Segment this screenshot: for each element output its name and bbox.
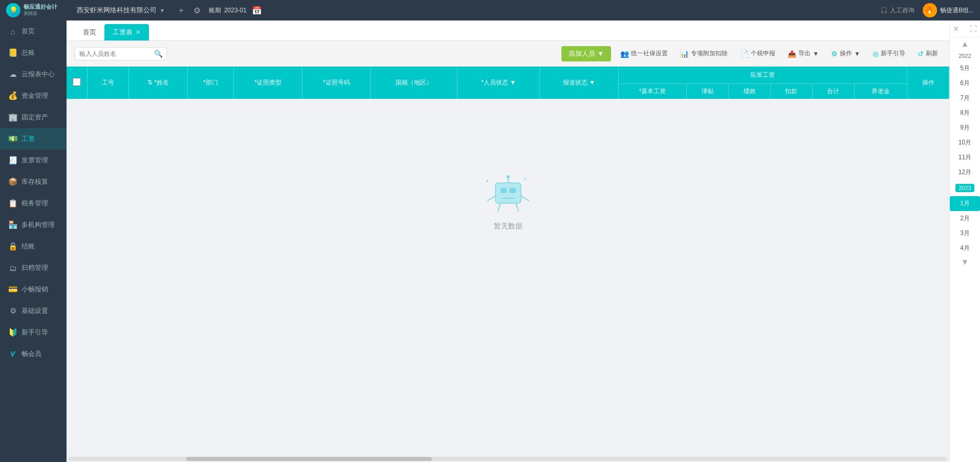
scrollbar-track[interactable] [69,457,947,461]
sidebar-item-ledger[interactable]: 📒 总账 [0,42,67,64]
svg-rect-1 [500,188,507,193]
report-filter-icon: ▼ [589,79,595,86]
sidebar-item-settings[interactable]: ⚙ 基础设置 [0,300,67,322]
month-item-7[interactable]: 7月 [950,91,980,106]
operation-btn[interactable]: ⚙ 操作 ▼ [828,47,863,60]
sidebar-item-multi-org[interactable]: 🏪 多机构管理 [0,214,67,236]
right-panel-expand-icon[interactable]: ⛶ [970,25,977,33]
tab-home-label: 首页 [83,28,96,37]
sidebar-item-salary[interactable]: 💵 工资 [0,128,67,150]
th-report-status[interactable]: 报送状态 ▼ [540,67,618,99]
export-label: 导出 [798,49,811,58]
th-status[interactable]: *人员状态 ▼ [457,67,540,99]
search-box[interactable]: 🔍 [75,47,167,60]
app-edition: 旗舰版 [24,10,57,17]
scrollbar-thumb[interactable] [186,457,432,461]
tab-home[interactable]: 首页 [75,24,104,40]
th-salary-group: 应发工资 [618,67,907,84]
sidebar-item-inventory[interactable]: 📦 库存核算 [0,171,67,193]
sidebar-item-home[interactable]: ⌂ 首页 [0,20,67,42]
avatar: 🔥 [923,3,937,17]
toolbar: 🔍 添加人员 ▼ 👥 统一社保设置 📊 专项附加扣除 📄 个税申报 📤 [67,41,949,67]
sidebar-item-label: 结账 [21,242,35,251]
sidebar-item-member[interactable]: V 畅会员 [0,343,67,365]
month-item-8[interactable]: 8月 [950,106,980,120]
sidebar: ⌂ 首页 📒 总账 ☁ 云报表中心 💰 资金管理 🏢 固定资产 💵 工资 🧾 发… [0,20,67,462]
sidebar-item-label: 工资 [21,134,35,143]
company-selector[interactable]: 西安虾米网络科技有限公司 ▼ [73,4,169,17]
horizontal-scrollbar[interactable] [67,456,949,462]
app-logo: 💡 畅应通好会计 旗舰版 [6,3,73,17]
sidebar-item-archive[interactable]: 🗂 归档管理 [0,257,67,279]
add-person-button[interactable]: 添加人员 ▼ [561,46,611,61]
search-input[interactable] [79,50,151,57]
month-item-5[interactable]: 5月 [950,61,980,76]
sidebar-item-label: 资金管理 [21,91,48,100]
guide-label: 新手引导 [881,49,905,58]
status-filter-icon: ▼ [510,79,516,86]
svg-text:✦: ✦ [526,188,529,191]
month-item-4[interactable]: 4月 [950,241,980,256]
svg-point-5 [507,175,510,178]
sidebar-item-cloud-report[interactable]: ☁ 云报表中心 [0,64,67,85]
empty-text: 暂无数据 [494,222,522,231]
month-item-9[interactable]: 9月 [950,120,980,135]
month-item-10[interactable]: 10月 [950,135,980,150]
add-icon[interactable]: ＋ [175,4,187,17]
refresh-btn[interactable]: ↺ 刷新 [914,47,941,60]
header-right: 🎧 人工咨询 🔥 畅捷通B组... [880,3,974,17]
sidebar-item-expense[interactable]: 💳 小畅报销 [0,279,67,300]
month-item-1[interactable]: 1月 [950,196,980,211]
inventory-icon: 📦 [8,177,17,186]
assets-icon: 🏢 [8,113,17,122]
sidebar-item-label: 归档管理 [21,263,48,272]
fund-icon: 💰 [8,91,17,100]
select-all-checkbox[interactable] [73,78,81,86]
operation-label: 操作 [840,49,852,58]
th-total: 合计 [812,84,854,99]
tab-salary-label: 工资表 [113,28,133,37]
month-item-11[interactable]: 11月 [950,150,980,165]
service-button[interactable]: 🎧 人工咨询 [880,6,914,15]
header-actions: ＋ ⚙ [175,4,203,17]
guide-btn[interactable]: ◎ 新手引导 [869,47,908,60]
tab-close-icon[interactable]: ✕ [136,29,141,36]
tab-salary-table[interactable]: 工资表 ✕ [104,24,149,40]
top-header: 💡 畅应通好会计 旗舰版 西安虾米网络科技有限公司 ▼ ＋ ⚙ 账期 2023-… [0,0,980,20]
th-operation: 操作 [907,67,949,99]
month-item-2[interactable]: 2月 [950,211,980,226]
scroll-up-arrow[interactable]: ▲ [959,37,971,51]
sidebar-item-label: 首页 [21,27,35,36]
tax-icon: 📋 [8,199,17,208]
th-deduction: 扣款 [770,84,812,99]
tax-report-btn[interactable]: 📄 个税申报 [737,47,778,60]
sidebar-item-close-account[interactable]: 🔒 结账 [0,236,67,257]
user-section[interactable]: 🔥 畅捷通B组... [923,3,974,17]
tab-bar: 首页 工资表 ✕ [67,20,949,41]
sidebar-item-assets[interactable]: 🏢 固定资产 [0,107,67,128]
th-pension: 养老金 [854,84,907,99]
special-deduct-btn[interactable]: 📊 专项附加扣除 [677,47,731,60]
sidebar-item-tax[interactable]: 📋 税务管理 [0,193,67,214]
sidebar-item-invoice[interactable]: 🧾 发票管理 [0,150,67,171]
scroll-down-arrow[interactable]: ▼ [959,256,971,269]
operation-icon: ⚙ [831,50,838,58]
sidebar-item-fund[interactable]: 💰 资金管理 [0,85,67,107]
period-value: 2023-01 [224,7,247,14]
content-area: 首页 工资表 ✕ 🔍 添加人员 ▼ 👥 统一社保设置 📊 [67,20,949,462]
th-name[interactable]: ⇅ *姓名 [129,67,188,99]
settings-icon[interactable]: ⚙ [191,5,203,16]
month-item-6[interactable]: 6月 [950,76,980,91]
th-checkbox[interactable] [67,67,87,99]
calendar-icon[interactable]: 📅 [250,5,264,16]
month-item-12[interactable]: 12月 [950,165,980,180]
export-btn[interactable]: 📤 导出 ▼ [785,47,822,60]
month-item-3[interactable]: 3月 [950,226,980,241]
empty-illustration: ✦ ✦ ✦ [483,173,534,214]
right-panel-close-icon[interactable]: ✕ [953,25,959,33]
social-security-btn[interactable]: 👥 统一社保设置 [617,47,671,60]
sidebar-item-guide[interactable]: 🔰 新手引导 [0,322,67,343]
th-country: 国籍（地区） [371,67,457,99]
refresh-label: 刷新 [926,49,938,58]
search-icon: 🔍 [154,50,163,58]
